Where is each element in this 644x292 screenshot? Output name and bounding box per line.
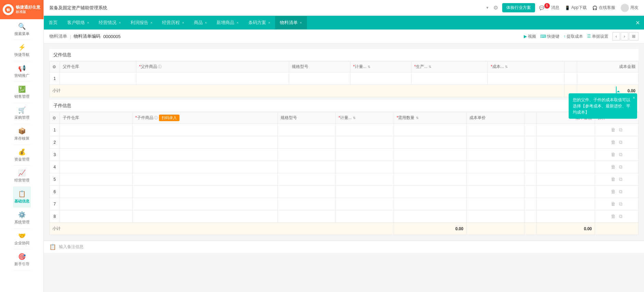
copy-icon-2[interactable]: ⧉ bbox=[619, 152, 622, 157]
child-qty-4[interactable] bbox=[394, 173, 466, 186]
child-product-5[interactable] bbox=[132, 186, 277, 198]
tab-close-6[interactable]: × bbox=[236, 21, 238, 25]
message-action[interactable]: 💬 6 消息 bbox=[539, 5, 559, 11]
sidebar-item-2[interactable]: 📢 营销推广 bbox=[13, 61, 31, 82]
child-unit-cost-6[interactable] bbox=[466, 198, 524, 210]
tab-close-4[interactable]: × bbox=[182, 21, 184, 25]
settings-action[interactable]: ☰ 单据设置 bbox=[587, 34, 608, 39]
delete-icon-3[interactable]: 🗑 bbox=[611, 164, 616, 170]
parent-cost-1[interactable] bbox=[488, 72, 564, 85]
parent-unit-1[interactable] bbox=[350, 72, 411, 85]
delete-icon-6[interactable]: 🗑 bbox=[611, 201, 616, 207]
delete-icon-2[interactable]: 🗑 bbox=[611, 152, 616, 157]
bottom-text[interactable]: 输入备注信息 bbox=[59, 244, 84, 250]
parent-spec-1[interactable] bbox=[289, 72, 350, 85]
sidebar-item-11[interactable]: 🎯 新手引导 bbox=[13, 249, 31, 270]
child-spec-7[interactable] bbox=[277, 210, 336, 223]
tab-close-1[interactable]: × bbox=[87, 21, 89, 25]
sidebar-item-9[interactable]: ⚙️ 系统管理 bbox=[13, 208, 31, 229]
child-warehouse-4[interactable] bbox=[60, 173, 133, 186]
nav-tab-5[interactable]: 商品× bbox=[189, 16, 212, 29]
child-warehouse-0[interactable] bbox=[60, 124, 133, 136]
scan-btn[interactable]: 扫码录入 bbox=[159, 115, 179, 121]
child-warehouse-1[interactable] bbox=[60, 136, 133, 149]
next-page-btn[interactable]: › bbox=[621, 32, 628, 40]
nav-tab-7[interactable]: 条码方案× bbox=[244, 16, 275, 29]
nav-tab-0[interactable]: 首页 bbox=[44, 16, 62, 29]
child-warehouse-2[interactable] bbox=[60, 149, 133, 161]
child-unit-5[interactable] bbox=[336, 186, 394, 198]
child-qty-1[interactable] bbox=[394, 136, 466, 149]
view-action[interactable]: ▶ 视频 bbox=[524, 34, 536, 39]
delete-icon-1[interactable]: 🗑 bbox=[611, 139, 616, 145]
parent-warehouse-1[interactable] bbox=[60, 72, 136, 85]
nav-tab-8[interactable]: 物料清单× bbox=[275, 16, 307, 29]
child-unit-0[interactable] bbox=[336, 124, 394, 136]
sidebar-item-4[interactable]: 🛒 采购管理 bbox=[13, 103, 31, 124]
app-download-action[interactable]: 📱 App下载 bbox=[565, 5, 587, 11]
tooltip-close-btn[interactable]: × bbox=[633, 95, 635, 101]
child-product-3[interactable] bbox=[132, 161, 277, 173]
sidebar-item-5[interactable]: 📦 库存核算 bbox=[13, 124, 31, 145]
delete-icon-0[interactable]: 🗑 bbox=[611, 127, 616, 132]
delete-icon-4[interactable]: 🗑 bbox=[611, 176, 616, 182]
child-product-4[interactable] bbox=[132, 173, 277, 186]
child-unit-cost-0[interactable] bbox=[466, 124, 524, 136]
copy-icon-6[interactable]: ⧉ bbox=[619, 201, 622, 207]
child-warehouse-6[interactable] bbox=[60, 198, 133, 210]
child-product-1[interactable] bbox=[132, 136, 277, 149]
delete-icon-7[interactable]: 🗑 bbox=[611, 213, 616, 219]
sidebar-item-8[interactable]: 📋 基础信息 bbox=[13, 187, 31, 208]
tab-close-3[interactable]: × bbox=[150, 21, 152, 25]
copy-icon-3[interactable]: ⧉ bbox=[619, 164, 622, 170]
trial-btn[interactable]: 体验行业方案 bbox=[502, 3, 535, 12]
child-col-settings[interactable]: ⚙ bbox=[50, 112, 60, 124]
child-qty-7[interactable] bbox=[394, 210, 466, 223]
nav-tab-1[interactable]: 客户联络× bbox=[62, 16, 94, 29]
child-unit-2[interactable] bbox=[336, 149, 394, 161]
tab-close-7[interactable]: × bbox=[268, 21, 270, 25]
child-unit-cost-5[interactable] bbox=[466, 186, 524, 198]
child-qty-2[interactable] bbox=[394, 149, 466, 161]
child-qty-0[interactable] bbox=[394, 124, 466, 136]
child-spec-0[interactable] bbox=[277, 124, 336, 136]
extract-action[interactable]: ↑ 提取成本 bbox=[564, 34, 583, 39]
copy-icon-7[interactable]: ⧉ bbox=[619, 213, 622, 219]
child-qty-5[interactable] bbox=[394, 186, 466, 198]
parent-col-settings[interactable]: ⚙ bbox=[50, 61, 60, 72]
child-product-2[interactable] bbox=[132, 149, 277, 161]
child-unit-3[interactable] bbox=[336, 161, 394, 173]
nav-tab-2[interactable]: 经营情况× bbox=[94, 16, 125, 29]
sidebar-item-1[interactable]: ⚡ 快捷导航 bbox=[13, 40, 31, 61]
system-title-arrow[interactable]: ▼ bbox=[486, 6, 489, 10]
settings-icon[interactable]: ⚙ bbox=[493, 4, 498, 11]
child-warehouse-3[interactable] bbox=[60, 161, 133, 173]
child-unit-1[interactable] bbox=[336, 136, 394, 149]
nav-tab-4[interactable]: 经营历程× bbox=[157, 16, 189, 29]
sidebar-item-3[interactable]: 💹 销售管理 bbox=[13, 82, 31, 103]
sidebar-item-7[interactable]: 📈 经营管理 bbox=[13, 166, 31, 187]
child-spec-6[interactable] bbox=[277, 198, 336, 210]
child-spec-5[interactable] bbox=[277, 186, 336, 198]
parent-production-1[interactable] bbox=[411, 72, 488, 85]
copy-icon-1[interactable]: ⧉ bbox=[619, 139, 622, 145]
online-service-action[interactable]: 🎧 在线客服 bbox=[592, 5, 615, 11]
child-spec-4[interactable] bbox=[277, 173, 336, 186]
child-unit-cost-2[interactable] bbox=[466, 149, 524, 161]
parent-product-1[interactable] bbox=[136, 72, 289, 85]
child-unit-cost-7[interactable] bbox=[466, 210, 524, 223]
tab-close-5[interactable]: × bbox=[205, 21, 207, 25]
child-unit-cost-3[interactable] bbox=[466, 161, 524, 173]
close-all-tabs[interactable]: ✕ bbox=[631, 16, 644, 30]
child-qty-6[interactable] bbox=[394, 198, 466, 210]
child-warehouse-5[interactable] bbox=[60, 186, 133, 198]
nav-tab-3[interactable]: 利润报告× bbox=[126, 16, 157, 29]
copy-icon-0[interactable]: ⧉ bbox=[619, 127, 622, 132]
child-qty-3[interactable] bbox=[394, 161, 466, 173]
child-warehouse-7[interactable] bbox=[60, 210, 133, 223]
child-unit-6[interactable] bbox=[336, 198, 394, 210]
grid-view-btn[interactable]: ⊞ bbox=[629, 32, 639, 40]
user-action[interactable]: 用友 bbox=[621, 4, 639, 12]
copy-icon-5[interactable]: ⧉ bbox=[619, 189, 622, 194]
child-unit-7[interactable] bbox=[336, 210, 394, 223]
